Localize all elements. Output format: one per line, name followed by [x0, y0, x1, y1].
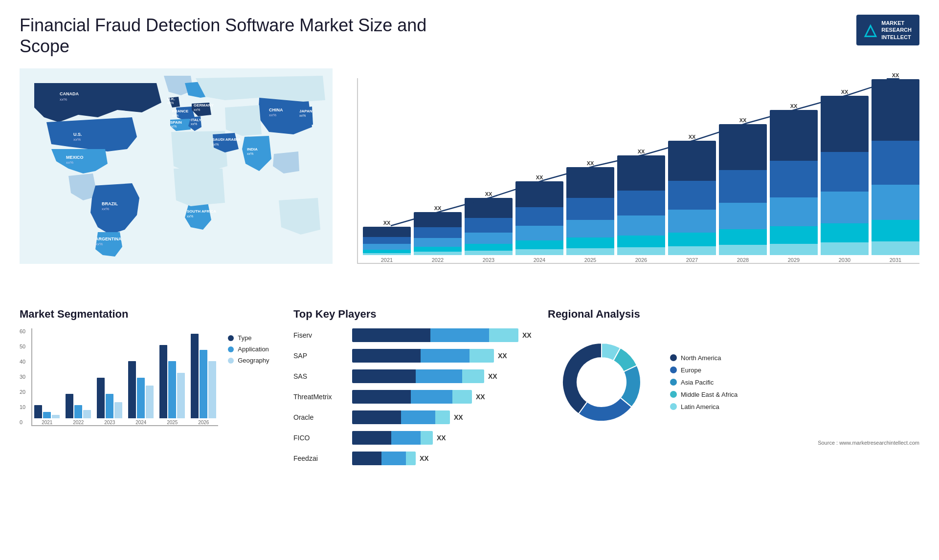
growth-bar-segment [414, 247, 462, 252]
players-list: FiservXXSAPXXSASXXThreatMetrixXXOracleXX… [293, 328, 528, 465]
growth-x-label: 2031 [890, 257, 901, 263]
growth-bar-segment [821, 242, 869, 255]
growth-bar [668, 141, 716, 255]
player-value-label: XX [476, 393, 485, 401]
player-row: SASXX [293, 369, 528, 383]
growth-bar-segment [821, 96, 869, 151]
seg-legend-item: Application [228, 345, 269, 353]
svg-text:xx%: xx% [299, 114, 306, 117]
seg-bars-wrap [66, 323, 91, 418]
svg-text:U.K.: U.K. [167, 97, 175, 101]
seg-chart-wrapper: 60 50 40 30 20 10 0 20212022202320242025… [20, 328, 218, 426]
chart-section: XX2021XX2022XX2023XX2024XX2025XX2026XX20… [357, 68, 919, 293]
player-value-label: XX [437, 434, 446, 442]
svg-text:FRANCE: FRANCE [172, 109, 189, 113]
growth-bar-segment [617, 247, 665, 255]
growth-bar-segment [821, 152, 869, 192]
player-bar-segment [352, 349, 421, 363]
growth-bar-segment [668, 181, 716, 210]
seg-bars-container: 202120222023202420252026 [31, 328, 218, 426]
seg-legend-item: Type [228, 334, 269, 342]
map-section: CANADA xx% U.S. xx% MEXICO xx% BRAZIL xx… [20, 68, 337, 293]
growth-bar-segment [770, 110, 818, 161]
player-name: SAS [293, 372, 352, 380]
source-text: Source : www.marketresearchintellect.com [548, 440, 919, 446]
growth-bar-segment [617, 215, 665, 236]
seg-bar [146, 386, 154, 418]
growth-bar-segment [872, 241, 919, 256]
growth-bar-segment [872, 220, 919, 241]
reg-legend-label: Europe [681, 366, 701, 374]
svg-text:xx%: xx% [60, 97, 67, 102]
svg-text:BRAZIL: BRAZIL [102, 201, 118, 206]
legend-dot [228, 335, 234, 341]
svg-text:xx%: xx% [247, 152, 253, 155]
player-bar [352, 410, 450, 424]
player-bar-container: XX [352, 349, 528, 363]
svg-text:GERMANY: GERMANY [194, 103, 214, 108]
regional-section: Regional Analysis North AmericaEuropeAsi… [548, 308, 919, 472]
growth-bar-group: XX2023 [465, 191, 513, 263]
player-bar-segment [470, 349, 494, 363]
player-bar-container: XX [352, 369, 528, 383]
growth-bar-segment [515, 240, 563, 249]
seg-bar-group: 2023 [97, 323, 122, 425]
player-name: SAP [293, 352, 352, 360]
player-bar-container: XX [352, 390, 528, 404]
growth-bar-segment [668, 246, 716, 256]
seg-x-label: 2023 [104, 420, 115, 425]
donut-segment [562, 343, 602, 414]
player-bar-segment [352, 328, 430, 342]
svg-text:xx%: xx% [66, 160, 73, 165]
svg-text:xx%: xx% [167, 101, 174, 105]
player-bar-segment [411, 390, 452, 404]
player-row: ThreatMetrixXX [293, 390, 528, 404]
svg-text:INDIA: INDIA [247, 147, 258, 151]
seg-bar [200, 350, 207, 418]
growth-bar [363, 227, 411, 255]
growth-bar-segment [719, 203, 767, 229]
player-row: FICOXX [293, 431, 528, 445]
growth-bar-segment [719, 245, 767, 255]
main-grid: CANADA xx% U.S. xx% MEXICO xx% BRAZIL xx… [20, 68, 919, 308]
svg-text:ARGENTINA: ARGENTINA [95, 237, 122, 241]
legend-label: Type [238, 334, 251, 342]
seg-bars-wrap [34, 323, 60, 418]
growth-x-label: 2027 [686, 257, 698, 263]
growth-bar-segment [363, 244, 411, 250]
seg-bars-wrap [128, 323, 154, 418]
growth-bar-label: XX [892, 72, 899, 78]
growth-bar-group: XX2026 [617, 149, 665, 263]
player-row: OracleXX [293, 410, 528, 424]
seg-bar-group: 2024 [128, 323, 154, 425]
reg-legend-label: North America [681, 354, 721, 362]
player-name: Feedzai [293, 454, 352, 462]
svg-text:ITALY: ITALY [191, 118, 201, 122]
growth-x-label: 2029 [788, 257, 800, 263]
player-bar-segment [381, 452, 406, 465]
seg-x-label: 2024 [135, 420, 146, 425]
growth-bar-segment [363, 253, 411, 256]
logo-box: △ MARKET RESEARCH INTELLECT [856, 15, 919, 45]
reg-legend-dot [670, 391, 677, 398]
player-bar-container: XX [352, 410, 528, 424]
player-bar-container: XX [352, 328, 532, 342]
growth-bar-segment [414, 252, 462, 255]
seg-bar [83, 410, 91, 418]
reg-legend-label: Latin America [681, 403, 719, 410]
growth-bar [566, 167, 614, 255]
growth-bar-segment [821, 223, 869, 242]
growth-bar-segment [770, 226, 818, 244]
svg-text:CHINA: CHINA [269, 108, 283, 112]
seg-legend: TypeApplicationGeography [228, 334, 269, 364]
player-bar [352, 431, 433, 445]
growth-x-label: 2021 [381, 257, 393, 263]
growth-bar [719, 124, 767, 255]
growth-x-label: 2022 [432, 257, 444, 263]
growth-bar-group: XX2027 [668, 134, 716, 263]
growth-bar-segment [414, 238, 462, 247]
seg-bar [106, 394, 113, 418]
svg-text:xx%: xx% [73, 137, 81, 142]
growth-bar-group: XX2029 [770, 103, 818, 263]
regional-legend: North AmericaEuropeAsia PacificMiddle Ea… [670, 354, 738, 410]
